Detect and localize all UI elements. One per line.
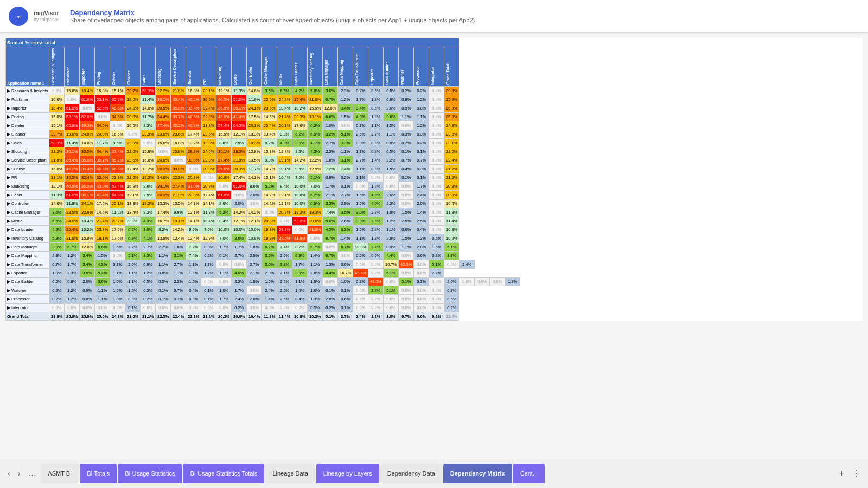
cell-val: 3.6% <box>232 234 247 243</box>
cell-val: 0.8% <box>368 165 384 174</box>
cell-val: 8.2% <box>292 147 308 156</box>
tab-lineage-by-layers[interactable]: Lineage by Layers <box>316 464 379 483</box>
cell-val: 25.4% <box>292 95 308 104</box>
tab-asmt-bi[interactable]: ASMT BI <box>41 464 79 483</box>
row-label[interactable]: ▶ Deleter <box>6 121 49 130</box>
cell-val: 0.0% <box>323 243 338 252</box>
cell-val: 3.0% <box>141 226 156 234</box>
logo-subtext: by migVisor <box>34 17 59 22</box>
cell-val: 0.8% <box>368 147 384 156</box>
tab-prev-btn[interactable]: ‹ <box>4 467 14 480</box>
cell-val: 12.1% <box>277 191 292 200</box>
cell-val: 0.3% <box>414 165 429 174</box>
cell-val: 4.3% <box>277 139 292 147</box>
row-label[interactable]: ▶ Controller <box>6 200 49 208</box>
cell-val: 14.1% <box>186 217 201 226</box>
main-content[interactable]: Sum of % cross totalApplication name 1Re… <box>0 33 868 458</box>
row-label[interactable]: ▶ Processor <box>6 295 49 304</box>
cell-val: 2.1% <box>277 269 292 278</box>
row-label[interactable]: ▶ Stocking <box>6 147 49 156</box>
tab-bi-totals[interactable]: BI Totals <box>80 464 117 483</box>
cell-val: 20.1% <box>277 121 292 130</box>
cell-val: 23.6% <box>444 130 459 139</box>
row-label[interactable]: ▶ Deals <box>6 191 49 200</box>
row-label[interactable]: ▶ Data Manager <box>6 243 49 252</box>
row-label[interactable]: ▶ Watcher <box>6 286 49 295</box>
tab-lineage-data[interactable]: Lineage Data <box>265 464 315 483</box>
cell-val: 0.4% <box>186 286 201 295</box>
cell-val: 16.9% <box>125 182 141 191</box>
cell-val: 1.0% <box>110 295 125 304</box>
cell-val: 14.6% <box>49 200 65 208</box>
cell-val: 14.7% <box>262 165 277 174</box>
cell-val: 0.0% <box>125 130 141 139</box>
page-title[interactable]: Dependency Matrix <box>70 9 475 17</box>
cell-val: 23.3% <box>292 113 308 121</box>
cell-val: 12.1% <box>125 191 141 200</box>
cell-val: 12.8% <box>277 147 292 156</box>
cell-val: 0.8% <box>414 104 429 113</box>
row-label[interactable]: ▶ Media <box>6 217 49 226</box>
matrix-container[interactable]: Sum of % cross totalApplication name 1Re… <box>5 38 863 321</box>
row-label[interactable]: ▶ Importer <box>6 104 49 113</box>
tab-options-btn[interactable]: ⋮ <box>848 467 864 479</box>
cell-val: 0.3% <box>414 278 429 286</box>
row-label[interactable]: ▶ Sales <box>6 139 49 147</box>
cell-val: 0.0% <box>262 304 277 312</box>
cell-val: 23.6% <box>80 208 95 217</box>
cell-val: 14.2% <box>262 200 277 208</box>
dependency-matrix-table: Sum of % cross totalApplication name 1Re… <box>5 38 520 321</box>
cell-val: 0.0% <box>95 113 110 121</box>
tab-cent[interactable]: Cent... <box>513 464 545 483</box>
cell-val: 0.0% <box>186 165 201 174</box>
row-label[interactable]: ▶ Publisher <box>6 95 49 104</box>
row-label[interactable]: ▶ Data Builder <box>6 278 49 286</box>
cell-val: 23.6% <box>125 174 141 182</box>
cell-val: 0.1% <box>414 174 429 182</box>
tab-more-btn[interactable]: … <box>24 467 40 479</box>
cell-val: 38.1% <box>232 104 247 113</box>
tab-bi-usage-statistics[interactable]: BI Usage Statistics <box>118 464 182 483</box>
cell-val: 0.0% <box>429 165 444 174</box>
row-label[interactable]: ▶ Data Loader <box>6 226 49 234</box>
cell-val: 1.1% <box>125 269 141 278</box>
cell-val: 0.0% <box>429 226 444 234</box>
tab-next-btn[interactable]: › <box>15 467 24 480</box>
row-label[interactable]: ▶ Cleaner <box>6 130 49 139</box>
logo-text: migVisor <box>34 10 59 17</box>
cell-val: 0.7% <box>171 295 186 304</box>
row-label[interactable]: ▶ Data Transformer <box>6 260 49 269</box>
cell-val: 53.1% <box>65 113 80 121</box>
row-label[interactable]: ▶ Data Mapping <box>6 252 49 260</box>
cell-val: 25.9% <box>65 312 80 321</box>
row-label[interactable]: ▶ PR <box>6 174 49 182</box>
cell-val: 7.5% <box>141 191 156 200</box>
row-label[interactable]: ▶ Pricing <box>6 113 49 121</box>
cell-val: 3.1% <box>171 252 186 260</box>
row-label[interactable]: ▶ Inventory Catalog <box>6 234 49 243</box>
cell-val: 0.3% <box>399 130 414 139</box>
cell-val: 4.3% <box>353 113 368 121</box>
cell-val: 4.1% <box>308 139 323 147</box>
cell-val: 61.6% <box>216 191 232 200</box>
cell-val: 35.4% <box>65 156 80 165</box>
row-label[interactable]: ▶ Marketing <box>6 182 49 191</box>
row-label[interactable]: ▶ Exporter <box>6 269 49 278</box>
tab-dependency-data[interactable]: Dependency Data <box>380 464 442 483</box>
cell-val: 3.7% <box>338 312 353 321</box>
row-label[interactable]: ▶ Sunrise <box>6 165 49 174</box>
tab-bi-usage-statistics-totals[interactable]: BI Usage Statistics Totals <box>183 464 264 483</box>
cell-val: 39.4% <box>80 165 95 174</box>
cell-val: 13.2% <box>141 165 156 174</box>
cell-val: 0.0% <box>399 295 414 304</box>
app-name-header: Application name 1 <box>6 47 49 87</box>
cell-val: 1.7% <box>353 95 368 104</box>
cell-val: 24.1% <box>247 104 262 113</box>
row-label[interactable]: ▶ Cache Manager <box>6 208 49 217</box>
tab-add-btn[interactable]: + <box>836 467 847 479</box>
row-label[interactable]: ▶ Research & Insights <box>6 87 49 95</box>
col-header-10: PR <box>202 48 207 86</box>
tab-dependency-matrix[interactable]: Dependency Matrix <box>443 464 512 483</box>
row-label[interactable]: ▶ Integrator <box>6 304 49 312</box>
row-label[interactable]: ▶ Service Description <box>6 156 49 165</box>
